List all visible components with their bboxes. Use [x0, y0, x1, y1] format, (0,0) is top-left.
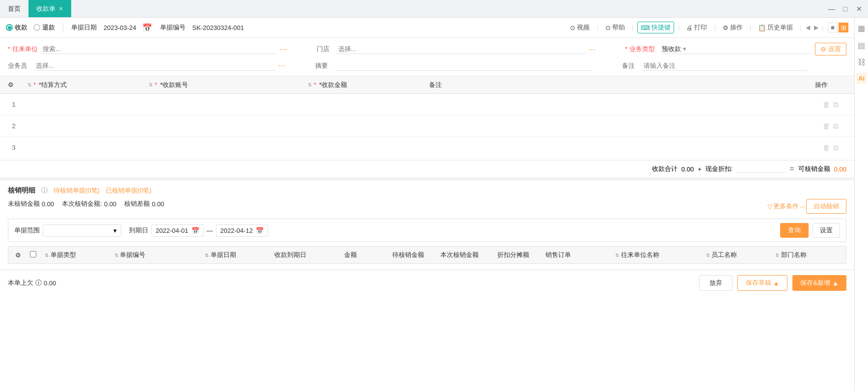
cell-account-2	[145, 122, 304, 130]
counterpart-more-btn[interactable]: ···	[279, 44, 287, 55]
settings-btn[interactable]: ⚙ 设置	[815, 43, 846, 56]
form-row-1: * 往来单位 ··· 门店 ··· * 业务类型 预收款 ▾	[8, 43, 846, 56]
cell-amount-3	[304, 144, 425, 151]
this-time-value: 0.00	[104, 200, 116, 208]
input-account-1[interactable]	[149, 101, 300, 108]
prev-btn[interactable]: ◀	[806, 24, 810, 31]
col-settings-icon[interactable]: ⚙	[8, 81, 14, 88]
more-conditions-btn[interactable]: ▽ 更多条件 ︿	[767, 202, 806, 211]
uncancelled-value: 0.00	[42, 200, 54, 208]
radio-refund[interactable]: 退款	[33, 23, 55, 32]
next-btn[interactable]: ▶	[814, 24, 818, 31]
help-btn[interactable]: ⊙ 帮助	[602, 22, 628, 33]
sort-company[interactable]: ⇅	[615, 252, 619, 258]
list-view-btn[interactable]: ≡	[828, 23, 838, 32]
form-area: * 往来单位 ··· 门店 ··· * 业务类型 预收款 ▾	[0, 38, 854, 76]
video-btn[interactable]: ⊙ 视频	[567, 22, 593, 33]
sidebar-ai-icon[interactable]: Ai	[856, 73, 867, 84]
staff-input[interactable]	[34, 61, 276, 71]
copy-icon-3[interactable]: ⧉	[833, 143, 839, 152]
sidebar-table-icon[interactable]: ▤	[856, 39, 867, 52]
input-remark-2[interactable]	[429, 122, 807, 130]
th-settings: ⚙	[4, 81, 24, 88]
filter-settings-btn[interactable]: 设置	[813, 223, 840, 238]
plus-sign: +	[698, 166, 702, 173]
summary-field: 摘要	[315, 61, 593, 71]
close-btn[interactable]: ✕	[854, 4, 864, 14]
save-new-btn[interactable]: 保存&新增 ▲	[792, 275, 846, 291]
sidebar-link-icon[interactable]: ⛓	[856, 56, 868, 69]
rcth-checkbox[interactable]	[27, 251, 42, 259]
minimize-btn[interactable]: —	[827, 4, 837, 14]
tab-receipt[interactable]: 收款单 ✕	[28, 0, 71, 17]
radio-receipt[interactable]: 收款	[6, 23, 27, 32]
th-settlement: ⇅ * *结算方式	[24, 81, 145, 89]
history-btn[interactable]: 📋 历史单据	[755, 22, 796, 33]
row-num-3: 3	[4, 144, 24, 151]
done-tab-btn[interactable]: 已核销单据(0笔)	[106, 186, 152, 195]
date-from-input[interactable]: 2022-04-01 📅	[151, 224, 204, 237]
sort-amount[interactable]: ⇅	[308, 82, 312, 87]
maximize-btn[interactable]: □	[841, 4, 850, 14]
input-amount-3[interactable]	[308, 144, 421, 151]
receipt-type-group: 收款 退款	[6, 23, 55, 32]
cell-remark-3	[425, 144, 811, 151]
date-icon[interactable]: 📅	[142, 23, 152, 32]
th-actions: 操作	[811, 81, 850, 89]
input-account-2[interactable]	[149, 122, 300, 130]
store-input[interactable]	[336, 44, 586, 54]
sort-date[interactable]: ⇅	[205, 252, 209, 258]
input-amount-2[interactable]	[308, 122, 421, 130]
delete-icon-2[interactable]: 🗑	[823, 122, 830, 130]
reconcile-info-icon[interactable]: ⓘ	[41, 186, 48, 195]
input-remark-1[interactable]	[429, 101, 807, 108]
discount-input[interactable]	[736, 165, 786, 173]
staff-more-btn[interactable]: ···	[278, 60, 285, 71]
input-settlement-3[interactable]	[27, 144, 141, 151]
number-field: 单据编号 SK-20230324-001	[160, 23, 244, 32]
sort-settlement[interactable]: ⇅	[27, 82, 31, 87]
remark-input[interactable]	[642, 61, 807, 71]
sort-type[interactable]: ⇅	[45, 252, 49, 258]
copy-icon-1[interactable]: ⧉	[833, 100, 839, 109]
range-select[interactable]: ▾	[43, 224, 121, 237]
tab-close-icon[interactable]: ✕	[58, 5, 63, 12]
cell-account-3	[145, 144, 304, 151]
rcth-number: ⇅ 单据编号	[111, 251, 202, 259]
input-settlement-2[interactable]	[27, 122, 141, 130]
auto-reconcile-btn[interactable]: 自动核销	[806, 199, 846, 214]
delete-icon-1[interactable]: 🗑	[823, 100, 830, 109]
sort-staff[interactable]: ⇅	[706, 252, 710, 258]
counterpart-input[interactable]	[41, 44, 278, 54]
input-amount-1[interactable]	[308, 101, 421, 108]
date-to-input[interactable]: 2022-04-12 📅	[216, 224, 269, 237]
operate-btn[interactable]: ⚙ 操作	[720, 22, 746, 33]
input-account-3[interactable]	[149, 144, 300, 151]
input-settlement-1[interactable]	[27, 101, 141, 108]
sidebar-grid-icon[interactable]: ▦	[856, 22, 867, 35]
sort-number[interactable]: ⇅	[114, 252, 118, 258]
print-btn[interactable]: 🖨 打印	[683, 22, 710, 33]
shortcut-btn[interactable]: ⌨ 快捷键	[637, 22, 674, 33]
abandon-btn[interactable]: 放弃	[699, 275, 732, 291]
tab-home[interactable]: 首页	[0, 0, 28, 17]
rcth-settings-icon[interactable]: ⚙	[15, 251, 21, 259]
input-remark-3[interactable]	[429, 144, 807, 151]
business-type-select[interactable]: 预收款 ▾	[662, 45, 811, 54]
sort-dept[interactable]: ⇅	[775, 252, 779, 258]
query-btn[interactable]: 查询	[780, 223, 809, 238]
store-more-btn[interactable]: ···	[588, 44, 596, 55]
pending-tab-btn[interactable]: 待核销单据(0笔)	[54, 186, 100, 195]
save-draft-btn[interactable]: 保存草稿 ▲	[737, 275, 788, 291]
tab-home-label: 首页	[8, 4, 21, 13]
cell-amount-2	[304, 122, 425, 130]
delete-icon-3[interactable]: 🗑	[823, 143, 830, 152]
toolbar-right: ⊙ 视频 | ⊙ 帮助 | ⌨ 快捷键 | 🖨 打印 |	[567, 22, 848, 33]
rcth-dept: ⇅ 部门名称	[772, 251, 842, 259]
save-draft-arrow: ▲	[773, 279, 780, 287]
sort-account[interactable]: ⇅	[149, 82, 153, 87]
grid-view-btn[interactable]: ⊞	[839, 23, 848, 32]
copy-icon-2[interactable]: ⧉	[833, 122, 839, 131]
select-all-checkbox[interactable]	[30, 251, 36, 257]
summary-input[interactable]	[335, 61, 593, 71]
